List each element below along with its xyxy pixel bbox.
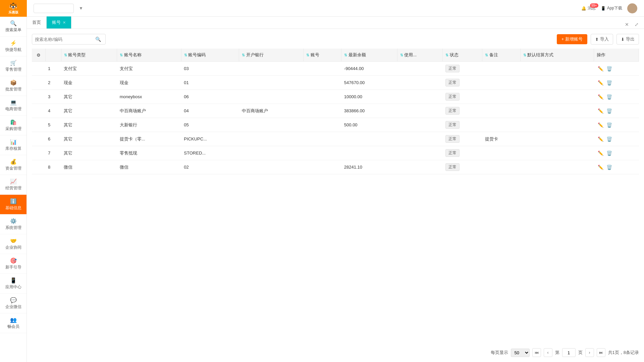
tab-home[interactable]: 首页: [27, 16, 47, 28]
tab-close-account[interactable]: ✕: [63, 20, 66, 25]
top-search-input[interactable]: [34, 4, 74, 13]
sidebar-item-system[interactable]: ⚙️系统管理: [0, 215, 26, 234]
search-wrap: 🔍: [32, 34, 106, 45]
sidebar-item-ecommerce[interactable]: 💻电商管理: [0, 96, 26, 116]
table-row: 5 其它 大新银行 05 500.00 正常 ✏️ 🗑️: [32, 118, 639, 132]
sidebar-item-wholesale[interactable]: 📦批发管理: [0, 76, 26, 96]
col-bank[interactable]: ⇅ 开户银行: [239, 49, 304, 62]
sidebar-item-operations[interactable]: 📈经营管理: [0, 175, 26, 195]
sidebar-item-purchase[interactable]: 🛍️采购管理: [0, 116, 26, 135]
nav-icon-guide: 🎯: [2, 257, 25, 264]
sidebar-item-guide[interactable]: 🎯新手引导: [0, 254, 26, 274]
col-code[interactable]: ⇅ 账号编码: [181, 49, 239, 62]
delete-button[interactable]: 🗑️: [606, 150, 612, 156]
expand-button[interactable]: ⤢: [633, 20, 641, 28]
sidebar-label-shortcuts: 快捷导航: [2, 47, 25, 53]
nav-icon-operations: 📈: [2, 178, 25, 185]
col-default-settle[interactable]: ⇅ 默认结算方式: [520, 49, 594, 62]
cell-account: [303, 104, 341, 118]
cell-usage: [397, 132, 442, 146]
sidebar-item-shortcuts[interactable]: ⚡快捷导航: [0, 37, 26, 56]
search-input[interactable]: [35, 37, 95, 42]
cell-balance: -90444.00: [341, 62, 397, 76]
page-size-select[interactable]: 50 100 200: [511, 349, 530, 357]
prev-page-button[interactable]: ‹: [544, 348, 552, 357]
cell-action: ✏️ 🗑️: [594, 146, 639, 160]
edit-button[interactable]: ✏️: [598, 150, 603, 156]
nav-icon-retail: 🛒: [2, 60, 25, 66]
col-settings[interactable]: ⚙: [32, 49, 45, 62]
pagination: 每页显示 50 100 200 ⏮ ‹ 第 页 › ⏭ 共1页，8条记录: [32, 343, 639, 357]
page-input[interactable]: [562, 348, 576, 357]
import-button[interactable]: ⬆ 导入: [591, 34, 613, 45]
cell-num: 3: [45, 90, 61, 104]
edit-button[interactable]: ✏️: [598, 136, 603, 142]
cell-num: 2: [45, 76, 61, 90]
sidebar-item-members[interactable]: 👥畅会员: [0, 313, 26, 333]
next-page-button[interactable]: ›: [585, 348, 594, 357]
sidebar-item-basic_info[interactable]: ℹ️基础信息: [0, 195, 26, 215]
content-area: 🔍 + 新增账号 ⬆ 导入 ⬇ 导出 ⚙ ⇅ 账号类型: [27, 29, 644, 362]
table-row: 3 其它 moneybosx 06 10000.00 正常 ✏️ 🗑️: [32, 90, 639, 104]
nav-icon-enterprise_wechat: 💬: [2, 297, 25, 303]
nav-icon-system: ⚙️: [2, 218, 25, 224]
edit-button[interactable]: ✏️: [598, 122, 603, 128]
messages-button[interactable]: 🔔 消息 99+: [581, 5, 596, 11]
col-usage[interactable]: ⇅ 使用...: [397, 49, 442, 62]
delete-button[interactable]: 🗑️: [606, 80, 612, 85]
cell-usage: [397, 146, 442, 160]
top-bar: ▼ 🔔 消息 99+ 📱 App下载: [27, 0, 644, 17]
col-account[interactable]: ⇅ 账号: [303, 49, 341, 62]
col-balance[interactable]: ⇅ 最新余额: [341, 49, 397, 62]
col-name[interactable]: ⇅ 账号名称: [117, 49, 181, 62]
edit-button[interactable]: ✏️: [598, 80, 603, 85]
close-tab-button[interactable]: ✕: [623, 20, 631, 28]
sidebar-item-inventory[interactable]: 📊库存核算: [0, 135, 26, 155]
cell-usage: [397, 90, 442, 104]
cell-status: 正常: [443, 90, 482, 104]
sidebar-item-search[interactable]: 🔍搜索菜单: [0, 17, 26, 37]
status-badge: 正常: [445, 163, 460, 171]
delete-button[interactable]: 🗑️: [606, 136, 612, 142]
delete-button[interactable]: 🗑️: [606, 165, 612, 170]
delete-button[interactable]: 🗑️: [606, 94, 612, 100]
cell-num: 6: [45, 132, 61, 146]
edit-button[interactable]: ✏️: [598, 94, 603, 100]
edit-button[interactable]: ✏️: [598, 108, 603, 114]
edit-button[interactable]: ✏️: [598, 165, 603, 170]
app-download-button[interactable]: 📱 App下载: [601, 5, 622, 11]
delete-button[interactable]: 🗑️: [606, 108, 612, 114]
user-avatar[interactable]: [627, 3, 637, 13]
sidebar-item-enterprise_wechat[interactable]: 💬企业微信: [0, 294, 26, 313]
page-label: 第: [555, 350, 559, 356]
cell-usage: [397, 76, 442, 90]
sidebar-label-search: 搜索菜单: [2, 27, 25, 33]
nav-icon-inventory: 📊: [2, 139, 25, 145]
export-button[interactable]: ⬇ 导出: [616, 34, 639, 45]
first-page-button[interactable]: ⏮: [532, 348, 541, 357]
sidebar-label-ecommerce: 电商管理: [2, 106, 25, 112]
cell-name: 现金: [117, 76, 181, 90]
status-badge: 正常: [445, 93, 460, 101]
col-type[interactable]: ⇅ 账号类型: [61, 49, 117, 62]
sidebar-item-finance[interactable]: 💰资金管理: [0, 155, 26, 175]
delete-button[interactable]: 🗑️: [606, 122, 612, 128]
cell-bank: [239, 146, 304, 160]
edit-button[interactable]: ✏️: [598, 66, 603, 71]
last-page-button[interactable]: ⏭: [597, 348, 605, 357]
cell-settings: [32, 118, 45, 132]
tab-account[interactable]: 账号✕: [47, 16, 71, 28]
sidebar-item-app_center[interactable]: 📱应用中心: [0, 274, 26, 294]
delete-button[interactable]: 🗑️: [606, 66, 612, 71]
col-remark[interactable]: ⇅ 备注: [482, 49, 520, 62]
sidebar-item-cooperation[interactable]: 🤝企业协同: [0, 234, 26, 254]
cell-default-settle: [520, 62, 594, 76]
add-account-button[interactable]: + 新增账号: [557, 34, 587, 44]
nav-icon-ecommerce: 💻: [2, 99, 25, 106]
sidebar-item-retail[interactable]: 🛒零售管理: [0, 56, 26, 76]
table-row: 1 支付宝 支付宝 03 -90444.00 正常 ✏️ 🗑️: [32, 62, 639, 76]
cell-account: [303, 76, 341, 90]
col-status[interactable]: ⇅ 状态: [443, 49, 482, 62]
status-badge: 正常: [445, 135, 460, 143]
dropdown-chevron[interactable]: ▼: [79, 6, 83, 11]
